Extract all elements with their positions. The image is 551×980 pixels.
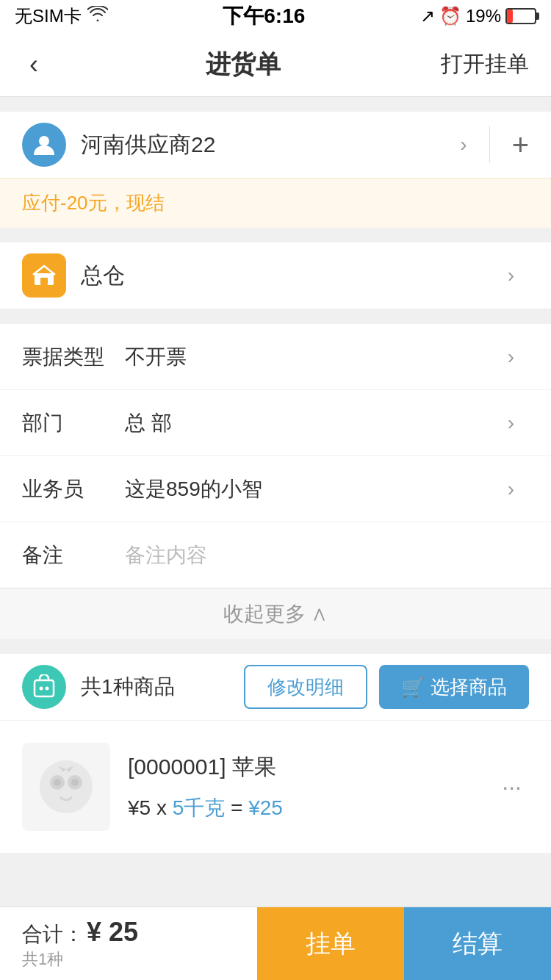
product-thumbnail — [22, 743, 110, 831]
cart-icon: 🛒 — [401, 676, 425, 699]
svg-rect-3 — [35, 680, 54, 696]
warehouse-icon — [22, 253, 66, 298]
svg-point-9 — [54, 779, 61, 786]
nav-bar: ‹ 进货单 打开挂单 — [0, 32, 551, 97]
product-header: 共1种商品 修改明细 🛒 选择商品 — [0, 654, 551, 720]
total-section: 合计： ¥ 25 共1种 — [0, 907, 257, 980]
product-card: 共1种商品 修改明细 🛒 选择商品 — [0, 654, 551, 853]
invoice-chevron-icon: › — [508, 345, 514, 369]
divider — [489, 126, 490, 163]
product-price: ¥5 x 5千克 = ¥25 — [128, 794, 494, 822]
notice-text: 应付-20元，现结 — [22, 192, 165, 214]
remark-label: 备注 — [22, 541, 110, 569]
warehouse-card: 总仓 › — [0, 242, 551, 309]
add-icon[interactable]: + — [497, 121, 529, 169]
hang-button[interactable]: 挂单 — [257, 907, 404, 980]
collapse-bar[interactable]: 收起更多 ∧ — [0, 588, 551, 639]
department-label: 部门 — [22, 409, 110, 437]
supplier-row[interactable]: 河南供应商22 › + — [0, 112, 551, 178]
product-name: [0000001] 苹果 — [128, 752, 494, 782]
invoice-type-row[interactable]: 票据类型 不开票 › — [0, 323, 551, 389]
salesperson-value: 这是859的小智 — [110, 475, 508, 503]
select-product-label: 选择商品 — [431, 674, 507, 700]
alarm-icon: ⏰ — [439, 6, 461, 26]
supplier-card: 河南供应商22 › + 应付-20元，现结 — [0, 112, 551, 228]
status-right: ↗ ⏰ 19% — [420, 6, 536, 26]
department-value: 总 部 — [110, 409, 508, 437]
svg-point-5 — [46, 687, 49, 691]
gap-3 — [0, 309, 551, 323]
department-chevron-icon: › — [508, 411, 514, 435]
product-quantity: 5千克 — [173, 796, 226, 819]
bottom-bar: 合计： ¥ 25 共1种 挂单 结算 — [0, 907, 551, 980]
svg-point-10 — [71, 779, 79, 786]
department-row[interactable]: 部门 总 部 › — [0, 389, 551, 455]
product-item: [0000001] 苹果 ¥5 x 5千克 = ¥25 ··· — [0, 720, 551, 853]
product-title: 苹果 — [232, 754, 276, 779]
supplier-avatar — [22, 123, 66, 167]
open-hang-button[interactable]: 打开挂单 — [441, 49, 529, 79]
settle-button[interactable]: 结算 — [404, 907, 551, 980]
warehouse-row[interactable]: 总仓 › — [0, 242, 551, 309]
select-product-button[interactable]: 🛒 选择商品 — [379, 665, 529, 709]
total-label: 合计： — [22, 920, 84, 948]
product-code: [0000001] — [128, 754, 226, 779]
unit-price: ¥5 — [128, 796, 151, 819]
edit-detail-button[interactable]: 修改明细 — [244, 665, 367, 709]
gap-2 — [0, 228, 551, 242]
back-button[interactable]: ‹ — [22, 42, 46, 87]
battery-icon — [505, 8, 536, 24]
product-total: ¥25 — [248, 796, 283, 819]
collapse-label: 收起更多 ∧ — [223, 600, 328, 628]
total-count: 共1种 — [22, 948, 235, 970]
salesperson-label: 业务员 — [22, 475, 110, 503]
status-bar: 无SIM卡 下午6:16 ↗ ⏰ 19% — [0, 0, 551, 32]
salesperson-chevron-icon: › — [508, 478, 514, 501]
total-amount: ¥ 25 — [87, 917, 138, 948]
status-left: 无SIM卡 — [15, 4, 108, 28]
form-card: 票据类型 不开票 › 部门 总 部 › 业务员 这是859的小智 › 备注 备注… — [0, 323, 551, 588]
product-icon — [22, 665, 66, 709]
warehouse-chevron-icon: › — [508, 264, 514, 287]
salesperson-row[interactable]: 业务员 这是859的小智 › — [0, 455, 551, 522]
page-title: 进货单 — [206, 48, 281, 82]
notice-bar: 应付-20元，现结 — [0, 178, 551, 228]
product-more-button[interactable]: ··· — [494, 766, 529, 808]
svg-point-4 — [40, 687, 43, 691]
supplier-chevron-icon: › — [460, 133, 467, 156]
status-time: 下午6:16 — [223, 2, 305, 30]
svg-point-0 — [39, 136, 49, 146]
remark-input[interactable]: 备注内容 — [110, 541, 529, 569]
battery-percent: 19% — [466, 6, 501, 26]
carrier-text: 无SIM卡 — [15, 4, 82, 28]
supplier-name: 河南供应商22 — [81, 130, 460, 160]
svg-point-6 — [40, 760, 93, 813]
warehouse-name: 总仓 — [81, 261, 508, 291]
svg-rect-2 — [40, 278, 48, 285]
product-info: [0000001] 苹果 ¥5 x 5千克 = ¥25 — [128, 752, 494, 822]
invoice-type-label: 票据类型 — [22, 343, 110, 371]
invoice-type-value: 不开票 — [110, 343, 508, 371]
product-count: 共1种商品 — [81, 673, 244, 701]
gap-1 — [0, 97, 551, 112]
gap-4 — [0, 639, 551, 654]
location-icon: ↗ — [420, 6, 435, 26]
remark-row[interactable]: 备注 备注内容 — [0, 522, 551, 588]
wifi-icon — [87, 6, 108, 26]
